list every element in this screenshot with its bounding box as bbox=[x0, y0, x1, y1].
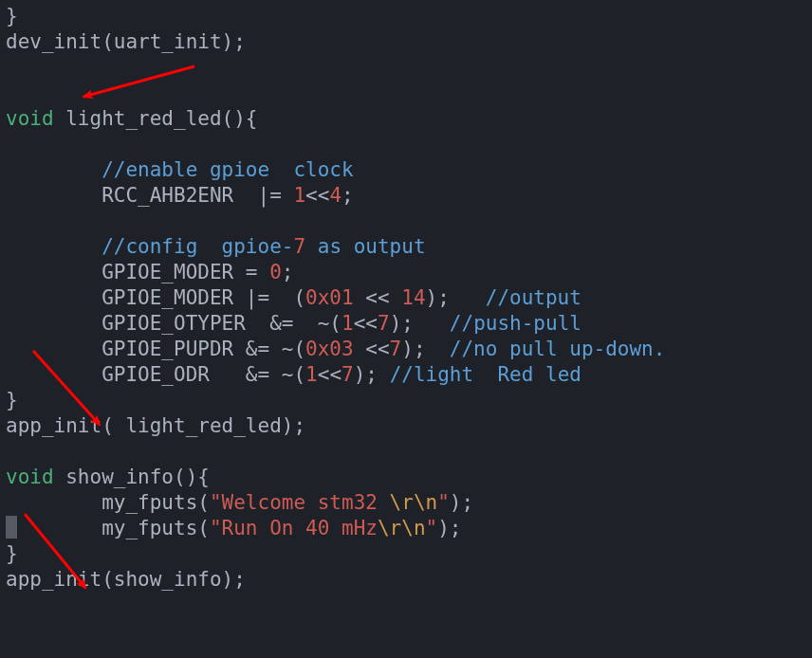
code-line bbox=[6, 209, 812, 234]
code-line: } bbox=[6, 388, 812, 413]
code-line: //enable gpioe clock bbox=[6, 157, 812, 183]
code-token: ; bbox=[282, 261, 294, 283]
code-token: ; bbox=[341, 184, 354, 207]
code-line: GPIOE_MODER = 0; bbox=[6, 260, 812, 285]
code-token: GPIOE_OTYPER &= ~( bbox=[6, 312, 341, 335]
code-token: GPIOE_MODER |= ( bbox=[6, 286, 305, 309]
code-token: dev_init(uart_init); bbox=[6, 30, 246, 53]
code-token: << bbox=[354, 312, 378, 335]
code-token: 0 bbox=[269, 261, 282, 283]
code-line: GPIOE_PUPDR &= ~(0x03 <<7); //no pull up… bbox=[6, 337, 812, 362]
code-token: << bbox=[354, 338, 390, 360]
code-token bbox=[6, 158, 102, 181]
code-token: \r\n bbox=[390, 491, 438, 514]
code-line: app_init(show_info); bbox=[6, 567, 812, 593]
code-token: ); bbox=[437, 517, 461, 539]
code-line bbox=[6, 81, 812, 106]
code-line: } bbox=[6, 541, 812, 567]
code-token: //no pull up-down. bbox=[450, 338, 666, 360]
code-token: 7 bbox=[341, 363, 354, 386]
code-token: } bbox=[6, 389, 18, 411]
code-token: } bbox=[6, 5, 18, 27]
code-token: void bbox=[6, 466, 65, 488]
code-token: RCC_AHB2ENR |= bbox=[6, 184, 293, 207]
code-block: }dev_init(uart_init); void light_red_led… bbox=[0, 0, 812, 593]
code-token: //config gpioe- bbox=[102, 235, 293, 258]
code-line: my_fputs("Welcome stm32 \r\n"); bbox=[6, 490, 812, 516]
code-token: GPIOE_MODER = bbox=[6, 261, 269, 283]
code-token: 7 bbox=[378, 312, 390, 335]
code-token: GPIOE_ODR &= ~( bbox=[6, 363, 305, 386]
code-token: 14 bbox=[401, 286, 425, 309]
code-token: //enable gpioe clock bbox=[102, 158, 354, 181]
code-token: light_red_led(){ bbox=[65, 107, 257, 130]
code-token: 7 bbox=[293, 235, 305, 258]
code-token: " bbox=[426, 517, 438, 539]
code-line: GPIOE_ODR &= ~(1<<7); //light Red led bbox=[6, 362, 812, 388]
code-token: //light Red led bbox=[390, 363, 581, 386]
cursor-block bbox=[6, 516, 17, 539]
code-token: 4 bbox=[329, 184, 341, 207]
code-token: " bbox=[437, 491, 450, 514]
code-token: << bbox=[305, 184, 329, 207]
code-token: \r\n bbox=[378, 517, 426, 539]
code-token: //push-pull bbox=[450, 312, 581, 335]
code-token: ); bbox=[426, 286, 486, 309]
code-token: 0x01 bbox=[305, 286, 354, 309]
code-line bbox=[6, 132, 812, 157]
code-line: my_fputs("Run On 40 mHz\r\n"); bbox=[6, 516, 812, 541]
code-line: GPIOE_MODER |= (0x01 << 14); //output bbox=[6, 285, 812, 311]
code-token: "Run On 40 mHz bbox=[210, 517, 378, 539]
code-token: show_info(){ bbox=[65, 466, 210, 488]
code-line: void show_info(){ bbox=[6, 465, 812, 490]
code-token: app_init( light_red_led); bbox=[6, 414, 305, 437]
code-line: //config gpioe-7 as output bbox=[6, 234, 812, 260]
code-line bbox=[6, 55, 812, 81]
code-line: dev_init(uart_init); bbox=[6, 29, 812, 55]
code-token: } bbox=[6, 542, 18, 565]
code-token: "Welcome stm32 bbox=[210, 491, 390, 514]
code-token: << bbox=[318, 363, 341, 386]
code-token: 1 bbox=[293, 184, 305, 207]
code-token: ); bbox=[450, 491, 473, 514]
code-token: 1 bbox=[341, 312, 354, 335]
code-line: } bbox=[6, 4, 812, 29]
code-token: GPIOE_PUPDR &= ~( bbox=[6, 338, 305, 360]
code-line: GPIOE_OTYPER &= ~(1<<7); //push-pull bbox=[6, 311, 812, 337]
code-line: void light_red_led(){ bbox=[6, 106, 812, 132]
code-token: 7 bbox=[390, 338, 402, 360]
code-token: ); bbox=[354, 363, 390, 386]
code-token: app_init(show_info); bbox=[6, 568, 246, 591]
code-token: 1 bbox=[305, 363, 318, 386]
code-line: RCC_AHB2ENR |= 1<<4; bbox=[6, 183, 812, 209]
code-token bbox=[6, 235, 102, 258]
code-token: as output bbox=[305, 235, 425, 258]
code-line bbox=[6, 439, 812, 465]
code-token: 0x03 bbox=[305, 338, 354, 360]
code-token: ); bbox=[401, 338, 450, 360]
code-token: void bbox=[6, 107, 65, 130]
code-token: //output bbox=[486, 286, 581, 309]
code-token: ); bbox=[390, 312, 450, 335]
code-token: my_fputs( bbox=[6, 491, 210, 514]
code-token: << bbox=[354, 286, 402, 309]
code-token: my_fputs( bbox=[6, 517, 210, 539]
code-line: app_init( light_red_led); bbox=[6, 413, 812, 439]
